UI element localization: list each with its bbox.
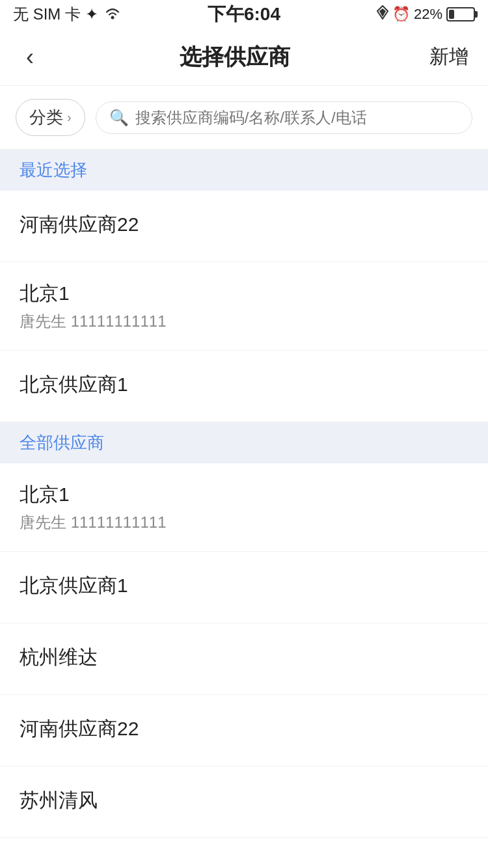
- search-input[interactable]: [135, 109, 459, 127]
- status-right: ⏰ 22%: [377, 5, 475, 23]
- list-item[interactable]: 河南供应商22: [0, 695, 488, 766]
- list-item[interactable]: 苏州清风: [0, 766, 488, 838]
- nav-bar: ‹ 选择供应商 新增: [0, 29, 488, 86]
- category-label: 分类: [29, 106, 63, 129]
- all-section-label: 全部供应商: [20, 433, 104, 452]
- supplier-contact: 唐先生 11111111111: [20, 311, 468, 332]
- supplier-name: 杭州维达: [20, 644, 468, 671]
- alarm-icon: ⏰: [392, 6, 410, 23]
- list-item[interactable]: 河南供应商22: [0, 191, 488, 262]
- battery-percent: 22%: [414, 6, 442, 23]
- status-left: 无 SIM 卡 ✦: [13, 4, 122, 25]
- all-list: 北京1 唐先生 11111111111 北京供应商1 杭州维达 河南供应商22 …: [0, 463, 488, 838]
- category-button[interactable]: 分类 ›: [16, 99, 85, 136]
- back-button[interactable]: ‹: [20, 37, 40, 77]
- list-item[interactable]: 北京1 唐先生 11111111111: [0, 463, 488, 552]
- supplier-name: 北京1: [20, 481, 468, 508]
- supplier-name: 河南供应商22: [20, 716, 468, 742]
- supplier-name: 北京供应商1: [20, 573, 468, 599]
- list-item[interactable]: 北京供应商1: [0, 552, 488, 623]
- recent-list: 河南供应商22 北京1 唐先生 11111111111 北京供应商1: [0, 191, 488, 422]
- list-item[interactable]: 北京供应商1: [0, 351, 488, 422]
- recent-section-label: 最近选择: [20, 160, 87, 180]
- supplier-name: 河南供应商22: [20, 211, 468, 238]
- add-button[interactable]: 新增: [429, 44, 468, 70]
- chevron-right-icon: ›: [67, 110, 72, 125]
- status-time: 下午6:04: [208, 2, 280, 27]
- wifi-icon: [103, 5, 122, 23]
- location-icon: [377, 5, 388, 23]
- svg-point-0: [111, 16, 114, 20]
- recent-section-header: 最近选择: [0, 150, 488, 191]
- list-item[interactable]: 杭州维达: [0, 623, 488, 695]
- battery-icon: [446, 7, 475, 21]
- supplier-contact: 唐先生 11111111111: [20, 512, 468, 533]
- supplier-name: 北京1: [20, 280, 468, 307]
- all-section-header: 全部供应商: [0, 422, 488, 463]
- status-bar: 无 SIM 卡 ✦ 下午6:04 ⏰ 22%: [0, 0, 488, 29]
- page-title: 选择供应商: [180, 42, 290, 72]
- search-icon: 🔍: [109, 109, 129, 127]
- search-box: 🔍: [96, 102, 472, 134]
- supplier-name: 北京供应商1: [20, 372, 468, 398]
- supplier-name: 苏州清风: [20, 787, 468, 814]
- no-sim-text: 无 SIM 卡 ✦: [13, 4, 98, 25]
- filter-bar: 分类 › 🔍: [0, 86, 488, 150]
- list-item[interactable]: 北京1 唐先生 11111111111: [0, 262, 488, 351]
